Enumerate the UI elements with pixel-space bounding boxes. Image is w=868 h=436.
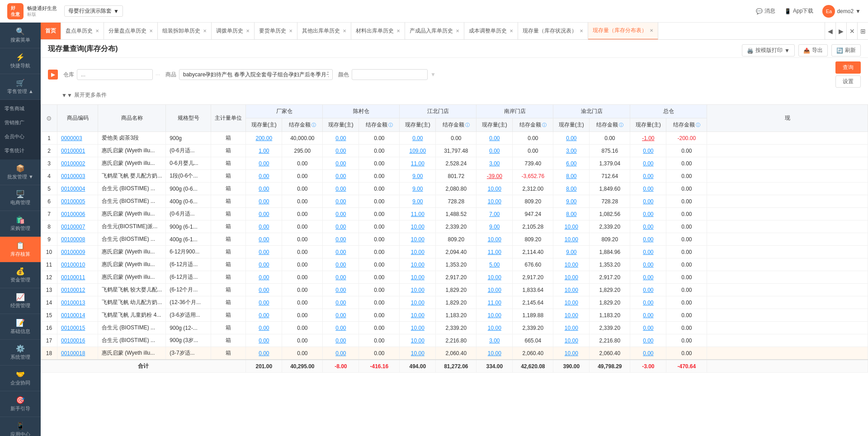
cell-f-cur[interactable]: 0.00: [246, 208, 282, 220]
tab-close-all[interactable]: ✕: [846, 23, 857, 40]
app-download-btn[interactable]: 📱 App下载: [784, 7, 813, 15]
cell-code[interactable]: 00100006: [57, 208, 98, 220]
sidebar-item-newguide[interactable]: 🎯 新手引导: [0, 391, 41, 417]
cell-cl-cur[interactable]: 0.00: [323, 208, 359, 220]
cell-yb-cur[interactable]: 8.00: [553, 170, 590, 183]
tab-finished-instock[interactable]: 产成品入库单历史 ✕: [405, 23, 464, 40]
tab-assembly[interactable]: 组装拆卸单历史 ✕: [158, 23, 212, 40]
cell-na-cur[interactable]: 10.00: [476, 309, 513, 322]
cell-yb-cur[interactable]: 10.00: [553, 271, 590, 284]
cell-cl-cur[interactable]: 0.00: [323, 334, 359, 347]
cell-tot-cur[interactable]: 0.00: [630, 322, 666, 334]
cell-tot-cur[interactable]: 0.00: [630, 334, 666, 347]
cell-yb-cur[interactable]: 10.00: [553, 284, 590, 296]
tab-expand[interactable]: ⊞: [857, 23, 868, 40]
cell-f-cur[interactable]: 0.00: [246, 296, 282, 309]
cell-cl-cur[interactable]: 0.00: [323, 145, 359, 157]
cell-f-cur[interactable]: 0.00: [246, 246, 282, 258]
sidebar-item-appcenter[interactable]: 📱 应用中心: [0, 417, 41, 436]
cell-f-cur[interactable]: 0.00: [246, 258, 282, 271]
cell-tot-cur[interactable]: -1.00: [630, 132, 666, 145]
tab-home[interactable]: 首页: [41, 23, 61, 40]
cell-na-cur[interactable]: 10.00: [476, 183, 513, 195]
cell-jb-cur[interactable]: 9.00: [400, 183, 436, 195]
cell-yb-cur[interactable]: 10.00: [553, 334, 590, 347]
cell-f-cur[interactable]: 200.00: [246, 132, 282, 145]
cell-tot-cur[interactable]: 0.00: [630, 195, 666, 208]
cell-jb-cur[interactable]: 9.00: [400, 195, 436, 208]
system-selector[interactable]: 母婴行业演示陈套 ▼: [64, 5, 123, 17]
cell-f-cur[interactable]: 0.00: [246, 347, 282, 360]
cell-cl-cur[interactable]: 0.00: [323, 170, 359, 183]
cell-cl-cur[interactable]: 0.00: [323, 258, 359, 271]
sidebar-item-purchase[interactable]: 🛍️ 采购管理: [0, 211, 41, 237]
sidebar-item-finance[interactable]: 💰 资金管理: [0, 263, 41, 288]
cell-tot-cur[interactable]: 0.00: [630, 183, 666, 195]
filter-expand-arrow[interactable]: ▶: [48, 70, 58, 80]
tab-cost-adjust[interactable]: 成本调整单历史 ✕: [464, 23, 518, 40]
cell-code[interactable]: 00100010: [57, 258, 98, 271]
cell-jb-cur[interactable]: 10.00: [400, 284, 436, 296]
cell-cl-cur[interactable]: 0.00: [323, 347, 359, 360]
sidebar-item-ecommerce[interactable]: 🖥️ 电商管理: [0, 185, 41, 211]
sidebar-item-retail[interactable]: 🛒 零售管理 ▲: [0, 74, 41, 100]
cell-code[interactable]: 00100007: [57, 220, 98, 233]
cell-na-cur[interactable]: 9.00: [476, 220, 513, 233]
cell-code[interactable]: 00100004: [57, 183, 98, 195]
cell-f-cur[interactable]: 0.00: [246, 233, 282, 246]
cell-yb-cur[interactable]: 8.00: [553, 208, 590, 220]
cell-jb-cur[interactable]: 0.00: [400, 132, 436, 145]
cell-jb-cur[interactable]: 9.00: [400, 170, 436, 183]
cell-f-cur[interactable]: 0.00: [246, 334, 282, 347]
message-btn[interactable]: 💬 消息: [756, 7, 775, 15]
cell-cl-cur[interactable]: 0.00: [323, 284, 359, 296]
cell-yb-cur[interactable]: 10.00: [553, 322, 590, 334]
cell-code[interactable]: 00100015: [57, 322, 98, 334]
cell-f-cur[interactable]: 0.00: [246, 183, 282, 195]
cell-na-cur[interactable]: 11.00: [476, 296, 513, 309]
cell-na-cur[interactable]: 10.00: [476, 347, 513, 360]
cell-yb-cur[interactable]: 6.00: [553, 157, 590, 170]
sidebar-item-inventory[interactable]: 📋 库存核算: [0, 237, 41, 263]
cell-code[interactable]: 00100009: [57, 246, 98, 258]
cell-tot-cur[interactable]: 0.00: [630, 220, 666, 233]
cell-cl-cur[interactable]: 0.00: [323, 195, 359, 208]
cell-tot-cur[interactable]: 0.00: [630, 309, 666, 322]
cell-f-cur[interactable]: 0.00: [246, 195, 282, 208]
cell-tot-cur[interactable]: 0.00: [630, 271, 666, 284]
tab-stock-distribution[interactable]: 现存量（库存分布表） ✕: [588, 23, 658, 40]
cell-code[interactable]: 00100012: [57, 284, 98, 296]
cell-code[interactable]: 00100001: [57, 145, 98, 157]
cell-cl-cur[interactable]: 0.00: [323, 322, 359, 334]
export-btn[interactable]: 📤 导出: [798, 44, 828, 56]
sidebar-item-management[interactable]: 📈 经营管理: [0, 288, 41, 314]
setting-btn[interactable]: 设置: [835, 75, 861, 88]
cell-na-cur[interactable]: 0.00: [476, 145, 513, 157]
cell-yb-cur[interactable]: 0.00: [553, 132, 590, 145]
cell-na-cur[interactable]: 11.00: [476, 246, 513, 258]
cell-na-cur[interactable]: -39.00: [476, 170, 513, 183]
tab-other-outstock[interactable]: 其他出库单历史 ✕: [297, 23, 351, 40]
cell-code[interactable]: 00100003: [57, 170, 98, 183]
expand-conditions-btn[interactable]: ▼▼ 展开更多条件: [61, 89, 861, 101]
settings-icon[interactable]: ⚙: [46, 115, 52, 122]
cell-yb-cur[interactable]: 8.00: [553, 183, 590, 195]
goods-input[interactable]: [179, 69, 333, 80]
sidebar-item-wholesale[interactable]: 📦 批发管理 ▼: [0, 159, 41, 185]
sidebar-item-retail-stats[interactable]: 零售统计: [0, 144, 41, 158]
cell-f-cur[interactable]: 1.00: [246, 145, 282, 157]
tab-nav-left[interactable]: ◀: [825, 23, 835, 40]
cell-na-cur[interactable]: 0.00: [476, 132, 513, 145]
cell-na-cur[interactable]: 3.00: [476, 157, 513, 170]
cell-tot-cur[interactable]: 0.00: [630, 284, 666, 296]
cell-tot-cur[interactable]: 0.00: [630, 233, 666, 246]
tab-material-outstock[interactable]: 材料出库单历史 ✕: [351, 23, 405, 40]
cell-tot-cur[interactable]: 0.00: [630, 157, 666, 170]
tab-requisition[interactable]: 要货单历史 ✕: [255, 23, 297, 40]
cell-jb-cur[interactable]: 10.00: [400, 220, 436, 233]
cell-code[interactable]: 00100005: [57, 195, 98, 208]
cell-jb-cur[interactable]: 10.00: [400, 271, 436, 284]
cell-yb-cur[interactable]: 3.00: [553, 145, 590, 157]
warehouse-input[interactable]: [77, 69, 153, 80]
cell-na-cur[interactable]: 5.00: [476, 258, 513, 271]
